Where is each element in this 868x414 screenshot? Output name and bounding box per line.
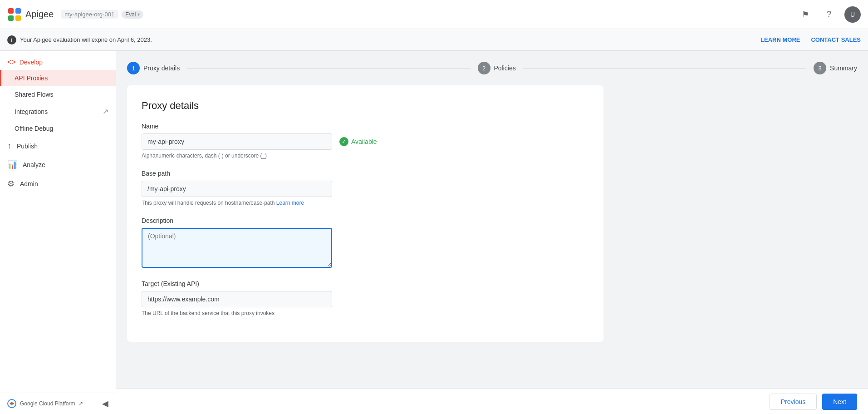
basepath-hint: This proxy will handle requests on hostn… <box>142 200 589 206</box>
external-link-icon: ↗ <box>103 107 108 116</box>
description-label: Description <box>142 217 589 224</box>
sidebar-item-publish[interactable]: ↑ Publish <box>0 137 116 155</box>
sidebar-item-label: API Proxies <box>15 74 48 82</box>
step-2-label: Policies <box>494 64 516 72</box>
banner-message: Your Apigee evaluation will expire on Ap… <box>20 36 152 43</box>
sidebar-item-api-proxies[interactable]: API Proxies <box>0 70 116 86</box>
basepath-field-group: Base path This proxy will handle request… <box>142 170 589 206</box>
org-name: my-apigee-org-001 <box>61 10 118 19</box>
step-connector-2 <box>523 68 806 69</box>
banner-info-icon: i <box>7 35 16 44</box>
develop-code-icon: <> <box>7 58 16 66</box>
step-1-label: Proxy details <box>143 64 180 72</box>
step-connector-1 <box>187 68 470 69</box>
gcp-external-icon: ↗ <box>78 400 83 407</box>
admin-icon: ⚙ <box>7 179 15 189</box>
description-textarea[interactable] <box>142 228 332 268</box>
target-hint: The URL of the backend service that this… <box>142 310 589 316</box>
analyze-icon: 📊 <box>7 160 17 170</box>
step-2-circle: 2 <box>478 62 490 74</box>
basepath-input[interactable] <box>142 181 332 197</box>
eval-badge[interactable]: Eval ▾ <box>122 10 143 19</box>
svg-rect-0 <box>8 8 14 14</box>
sidebar-nav: <> Develop API Proxies Shared Flows Inte… <box>0 51 116 393</box>
step-1-circle: 1 <box>127 62 140 74</box>
name-hint: Alphanumeric characters, dash (-) or und… <box>142 153 589 159</box>
proxy-details-title: Proxy details <box>142 100 589 112</box>
sidebar: <> Develop API Proxies Shared Flows Inte… <box>0 51 116 414</box>
app-name: Apigee <box>25 9 54 20</box>
sidebar-item-integrations[interactable]: Integrations ↗ <box>0 103 116 120</box>
target-label: Target (Existing API) <box>142 280 589 287</box>
eval-dropdown-icon: ▾ <box>137 12 140 17</box>
sidebar-item-label: Integrations <box>15 108 48 115</box>
proxy-details-card: Proxy details Name ✓ Available Alphanume… <box>127 85 603 342</box>
main-content: 1 Proxy details 2 Policies 3 Summary Pro… <box>116 51 868 414</box>
svg-rect-1 <box>15 8 21 14</box>
sidebar-develop-header[interactable]: <> Develop <box>0 54 116 70</box>
learn-more-link[interactable]: LEARN MORE <box>760 36 800 43</box>
notifications-button[interactable]: ⚑ <box>797 6 814 23</box>
sidebar-item-analyze[interactable]: 📊 Analyze <box>0 155 116 174</box>
collapse-icon: ◀ <box>102 399 108 409</box>
basepath-label: Base path <box>142 170 589 177</box>
basepath-learn-more-link[interactable]: Learn more <box>276 200 304 206</box>
sidebar-item-admin[interactable]: ⚙ Admin <box>0 174 116 193</box>
sidebar-footer: Google Cloud Platform ↗ ◀ <box>0 393 116 414</box>
step-2: 2 Policies <box>478 62 516 74</box>
sidebar-collapse-button[interactable]: ◀ <box>102 399 108 409</box>
bottom-navigation: Previous Next <box>116 389 868 414</box>
notifications-icon: ⚑ <box>802 10 809 20</box>
previous-button[interactable]: Previous <box>770 394 817 410</box>
name-label: Name <box>142 123 589 130</box>
next-button[interactable]: Next <box>822 394 857 410</box>
available-badge: ✓ Available <box>339 137 377 146</box>
step-1: 1 Proxy details <box>127 62 180 74</box>
banner-links: LEARN MORE CONTACT SALES <box>760 36 861 43</box>
help-icon: ? <box>827 10 831 19</box>
evaluation-banner: i Your Apigee evaluation will expire on … <box>0 29 868 51</box>
stepper: 1 Proxy details 2 Policies 3 Summary <box>127 62 857 74</box>
svg-rect-3 <box>15 15 21 21</box>
sidebar-item-offline-debug[interactable]: Offline Debug <box>0 120 116 137</box>
svg-rect-2 <box>8 15 14 21</box>
description-field-group: Description <box>142 217 589 269</box>
help-button[interactable]: ? <box>821 6 837 23</box>
step-3: 3 Summary <box>814 62 857 74</box>
available-check-icon: ✓ <box>339 137 348 146</box>
header-logo: Apigee <box>7 7 54 22</box>
name-input-row: ✓ Available <box>142 133 589 150</box>
target-input[interactable] <box>142 291 332 307</box>
step-3-circle: 3 <box>814 62 826 74</box>
name-field-group: Name ✓ Available Alphanumeric characters… <box>142 123 589 159</box>
step-3-label: Summary <box>830 64 857 72</box>
publish-icon: ↑ <box>7 141 11 151</box>
sidebar-item-label: Offline Debug <box>15 125 53 132</box>
name-input[interactable] <box>142 133 332 150</box>
avatar[interactable]: U <box>844 6 861 23</box>
contact-sales-link[interactable]: CONTACT SALES <box>811 36 861 43</box>
target-field-group: Target (Existing API) The URL of the bac… <box>142 280 589 316</box>
gcp-icon <box>7 399 16 408</box>
apigee-logo-icon <box>7 7 22 22</box>
sidebar-item-shared-flows[interactable]: Shared Flows <box>0 86 116 103</box>
header-actions: ⚑ ? U <box>797 6 861 23</box>
sidebar-item-label: Shared Flows <box>15 91 54 98</box>
top-header: Apigee my-apigee-org-001 Eval ▾ ⚑ ? U <box>0 0 868 29</box>
gcp-logo[interactable]: Google Cloud Platform ↗ <box>7 399 83 408</box>
